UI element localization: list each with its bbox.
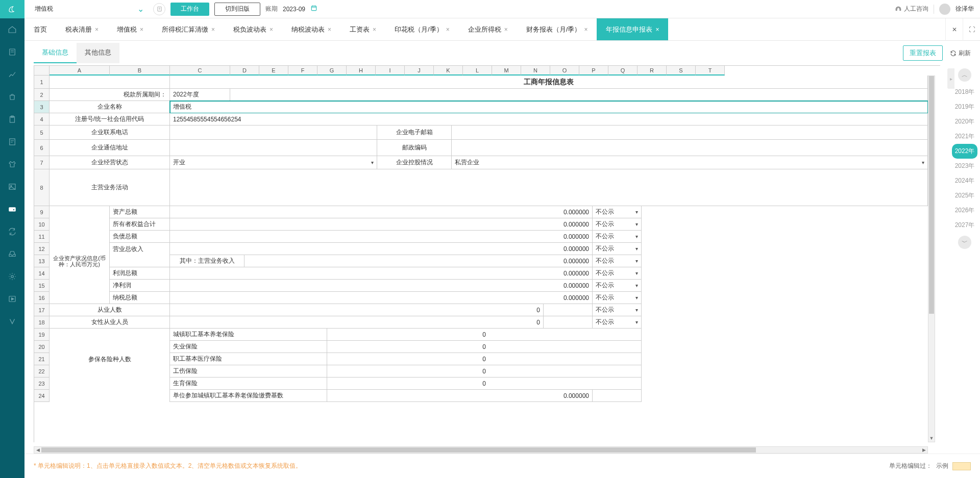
nav-home-icon[interactable] [0,18,24,41]
horizontal-scrollbar[interactable]: ◀ ▶ [34,446,928,454]
nav-bag-icon[interactable] [0,86,24,108]
tab-tax-list[interactable]: 税表清册× [56,18,108,40]
col-H[interactable]: H [347,66,376,76]
col-I[interactable]: I [376,66,405,76]
nav-clipboard-icon[interactable] [0,108,24,131]
tab-stamp-tax[interactable]: 印花税（月/季）× [385,18,459,40]
holding-select[interactable]: 私营企业 [452,156,928,169]
select-all-corner[interactable] [34,66,50,76]
rail-collapse-handle[interactable]: ▸ [947,68,954,89]
close-icon[interactable]: × [140,26,143,33]
tab-fin-report[interactable]: 财务报表（月/季）× [517,18,597,40]
nav-image-icon[interactable] [0,175,24,198]
scroll-thumb[interactable] [929,76,934,314]
avatar[interactable] [939,4,950,15]
scroll-left-arrow[interactable]: ◀ [34,447,41,453]
tabs-close-all[interactable]: ✕ [945,18,963,41]
tabs-expand[interactable]: ⛶ [963,18,980,41]
col-G[interactable]: G [317,66,347,76]
refresh-button[interactable]: 刷新 [950,49,971,58]
col-B[interactable]: B [110,66,170,76]
tab-salary[interactable]: 工资表× [340,18,385,40]
year-2020年[interactable]: 2020年 [952,114,977,129]
company-selector[interactable]: 增值税 ⌄ [31,2,148,16]
tab-income-settle[interactable]: 所得税汇算清缴× [153,18,224,40]
year-2021年[interactable]: 2021年 [952,129,977,144]
nav-play-icon[interactable] [0,288,24,310]
year-2018年[interactable]: 2018年 [952,85,977,99]
period-year[interactable]: 2022年度 [170,89,230,101]
col-T[interactable]: T [696,66,725,76]
nav-cycle-icon[interactable] [0,220,24,243]
switch-old-button[interactable]: 切到旧版 [214,3,260,16]
drafts-button[interactable] [153,3,165,15]
nav-gear-icon[interactable] [0,265,24,288]
year-2019年[interactable]: 2019年 [952,99,977,114]
close-icon[interactable]: × [95,26,99,33]
scroll-right-arrow[interactable]: ▶ [920,447,927,453]
year-2024年[interactable]: 2024年 [952,173,977,188]
col-O[interactable]: O [550,66,579,76]
col-F[interactable]: F [288,66,317,76]
tab-tax-fluct[interactable]: 纳税波动表× [282,18,340,40]
nav-shirt-icon[interactable] [0,153,24,175]
year-2026年[interactable]: 2026年 [952,203,977,218]
col-D[interactable]: D [230,66,259,76]
col-R[interactable]: R [638,66,667,76]
close-icon[interactable]: × [584,26,587,33]
col-M[interactable]: M [492,66,521,76]
calendar-icon[interactable] [310,5,317,13]
year-2027年[interactable]: 2027年 [952,218,977,233]
year-2022年[interactable]: 2022年 [952,144,977,159]
close-icon[interactable]: × [446,26,450,33]
col-N[interactable]: N [521,66,550,76]
close-icon[interactable]: × [270,26,273,33]
close-icon[interactable]: × [373,26,376,33]
company-name-cell[interactable]: 增值税 [170,101,928,113]
col-A[interactable]: A [50,66,110,76]
subtab-other[interactable]: 其他信息 [77,43,119,63]
consult-button[interactable]: 人工咨询 [895,5,928,13]
year-2025年[interactable]: 2025年 [952,188,977,203]
vertical-scrollbar[interactable]: ▲ ▼ [928,76,935,442]
nav-chart-icon[interactable] [0,63,24,86]
reset-report-button[interactable]: 重置报表 [903,45,943,61]
status-select[interactable]: 开业 [170,156,377,169]
year-2023年[interactable]: 2023年 [952,159,977,173]
col-E[interactable]: E [259,66,288,76]
col-C[interactable]: C [170,66,230,76]
scroll-thumb[interactable] [41,447,756,452]
scroll-years-up[interactable]: ︿ [958,68,971,82]
subtab-basic[interactable]: 基础信息 [34,43,77,63]
col-Q[interactable]: Q [608,66,638,76]
period-label[interactable]: 税款所属期间： [50,89,170,101]
nav-inbox-icon[interactable] [0,243,24,265]
nav-doc-icon[interactable] [0,41,24,63]
tab-home[interactable]: 首页 [24,18,56,40]
tab-annual-report[interactable]: 年报信息申报表× [597,18,668,40]
edited-swatch [952,462,971,470]
nav-v-icon[interactable] [0,310,24,333]
sheet-title[interactable]: 工商年报信息表 [170,76,928,89]
scroll-years-down[interactable]: ﹀ [958,236,971,249]
workspace-button[interactable]: 工作台 [170,3,209,16]
tab-corp-income[interactable]: 企业所得税× [459,18,517,40]
scroll-down-arrow[interactable]: ▼ [928,435,935,442]
close-icon[interactable]: × [211,26,215,33]
close-icon[interactable]: × [655,26,659,33]
col-J[interactable]: J [405,66,434,76]
grid-body[interactable]: 1 工商年报信息表 2 税款所属期间： 2022年度 3 企业名称 增值税 4 … [34,76,928,442]
nav-receipt-icon[interactable] [0,131,24,153]
r3-label[interactable]: 企业名称 [50,101,170,113]
col-K[interactable]: K [434,66,463,76]
close-icon[interactable]: × [328,26,331,33]
col-S[interactable]: S [667,66,696,76]
r4-label[interactable]: 注册号/统一社会信用代码 [50,113,170,125]
col-L[interactable]: L [463,66,492,76]
close-icon[interactable]: × [504,26,508,33]
tab-vat[interactable]: 增值税× [108,18,153,40]
tab-tax-burden[interactable]: 税负波动表× [224,18,282,40]
nav-wallet-icon[interactable] [0,198,24,220]
reg-no-cell[interactable]: 12554585554554656254 [170,113,928,125]
col-P[interactable]: P [579,66,608,76]
